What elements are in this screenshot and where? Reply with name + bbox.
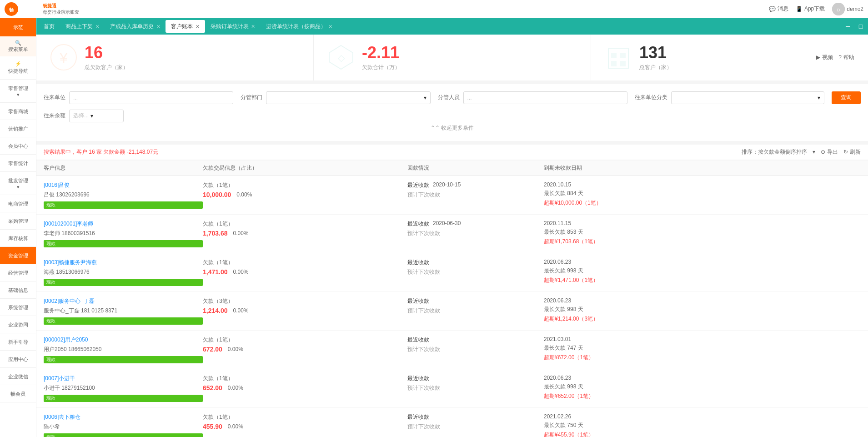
sidebar-item-batch-manage[interactable]: 批发管理▾ — [0, 172, 36, 195]
tab-customer-account[interactable]: 客户账本 × — [166, 20, 205, 33]
sidebar-item-enterprise[interactable]: 企业协同 — [0, 316, 36, 333]
recovery-info-5: 最近收款 预计下次收款 — [407, 375, 544, 392]
export-btn[interactable]: ⊙ 导出 — [821, 148, 838, 156]
customer-name-4[interactable]: [000002]用户2050 — [44, 336, 203, 344]
overdue-info-3: 2020.06.23 最长欠款 998 天 超期¥1,214.00（3笔） — [544, 297, 861, 323]
help-btn[interactable]: ? 帮助 — [838, 54, 854, 61]
customer-name-6[interactable]: [0006]去下粮仓 — [44, 413, 203, 421]
sidebar-item-finance[interactable]: 资金管理 — [0, 247, 36, 264]
stat-card-debt: ◇ -2.11 欠款合计（万） — [314, 35, 591, 80]
dept-chevron-icon: ▾ — [424, 95, 426, 101]
debt-info-2: 欠款（1笔） 1,471.00 0.00% — [203, 259, 407, 276]
debt-count-4: 欠款（1笔） — [203, 336, 407, 344]
debt-info-4: 欠款（1笔） 672.00 0.00% — [203, 336, 407, 353]
from-unit-input[interactable]: ... — [69, 91, 233, 104]
overdue-amount-1[interactable]: 超期¥1,703.68（1笔） — [544, 238, 861, 246]
app-download-btn[interactable]: 📱 App下载 — [796, 5, 825, 13]
tab-purchase-order-close[interactable]: × — [251, 23, 255, 30]
sidebar-item-marketing[interactable]: 营销推广 — [0, 120, 36, 137]
search-button[interactable]: 查询 — [832, 91, 861, 104]
customer-name-0[interactable]: [0016]吕俊 — [44, 181, 203, 189]
purchase-label: 采购管理 — [2, 218, 34, 225]
collapse-btn[interactable]: ⌃⌃ 收起更多条件 — [44, 122, 861, 134]
apps-label: 应用中心 — [2, 356, 34, 363]
sidebar-item-newbie[interactable]: 新手引导 — [0, 333, 36, 351]
sidebar-item-quick-nav[interactable]: ⚡ 快捷导航 — [0, 56, 36, 80]
search-label: 搜索菜单 — [8, 46, 28, 52]
stat-info-customers: 16 总欠款客户（家） — [85, 44, 300, 71]
tab-produce-history[interactable]: 产成品入库单历史 × — [105, 20, 166, 33]
video-btn[interactable]: ▶ 视频 — [816, 54, 833, 61]
debt-row-4: 672.00 0.00% — [203, 346, 407, 353]
tab-inbound-stats-close[interactable]: × — [329, 23, 332, 30]
overdue-amount-2[interactable]: 超期¥1,471.00（1笔） — [544, 276, 861, 284]
sidebar-item-retail-manage[interactable]: 零售管理▾ — [0, 80, 36, 103]
sidebar-item-vip[interactable]: 畅会员 — [0, 385, 36, 402]
person-input[interactable]: ... — [463, 91, 627, 104]
sidebar-item-ecommerce[interactable]: 电商管理 — [0, 195, 36, 212]
tab-product-off[interactable]: 商品上下架 × — [60, 20, 105, 33]
app-name: 畅捷通 — [43, 3, 79, 9]
overdue-days-1: 最长欠款 853 天 — [544, 228, 861, 236]
sidebar-search[interactable]: 🔍 搜索菜单 — [0, 36, 36, 56]
recovery-info-4: 最近收款 预计下次收款 — [407, 336, 544, 353]
debt-info-0: 欠款（1笔） 10,000.00 0.00% — [203, 181, 407, 198]
customer-name-5[interactable]: [0007]小进干 — [44, 375, 203, 382]
debt-amount-3: 1,214.00 — [203, 307, 228, 314]
tab-purchase-order[interactable]: 采购订单统计表 × — [205, 20, 261, 33]
user-menu[interactable]: D demo2 — [832, 3, 863, 15]
tab-customer-account-close[interactable]: × — [196, 23, 199, 30]
quick-nav-label: 快捷导航 — [2, 68, 34, 75]
export-label: 导出 — [827, 148, 838, 156]
stat-icon-yuan: ¥ — [50, 44, 77, 71]
sidebar-item-retail-mall[interactable]: 零售商城 — [0, 103, 36, 120]
person-placeholder: ... — [467, 95, 472, 101]
customer-phone-3: 服务中心_丁磊 181 0125 8371 — [44, 307, 203, 315]
refresh-btn[interactable]: ↻ 刷新 — [843, 148, 861, 156]
sidebar-item-operation[interactable]: 经营管理 — [0, 264, 36, 281]
overdue-amount-3[interactable]: 超期¥1,214.00（3笔） — [544, 315, 861, 323]
recovery-label-2: 最近收款 — [407, 259, 429, 266]
recovery-next-4: 预计下次收款 — [407, 346, 544, 353]
dept-select[interactable]: ▾ — [266, 91, 430, 104]
tab-collapse-btn[interactable]: ─ — [843, 21, 853, 32]
top-actions: 💬 消息 📱 App下载 D demo2 — [769, 3, 863, 15]
recovery-date-row-2: 最近收款 — [407, 259, 544, 266]
overdue-amount-4[interactable]: 超期¥672.00（1笔） — [544, 354, 861, 362]
balance-select[interactable]: 选择... ▾ — [69, 110, 124, 122]
refresh-label: 刷新 — [850, 148, 861, 156]
tab-home[interactable]: 首页 — [38, 20, 60, 33]
overdue-amount-0[interactable]: 超期¥10,000.00（1笔） — [544, 199, 861, 207]
store-name: 母婴行业演示账套 — [43, 9, 79, 15]
overdue-date-2: 2020.06.23 — [544, 259, 861, 265]
tab-inbound-stats[interactable]: 进货单统计表（按商品） × — [261, 20, 338, 33]
customer-name-2[interactable]: [0003]畅捷服务尹海燕 — [44, 259, 203, 266]
debt-info-6: 欠款（1笔） 455.90 0.00% — [203, 413, 407, 430]
filter-item-unit-category: 往来单位分类 ▾ — [635, 91, 824, 104]
sidebar-item-basic-info[interactable]: 基础信息 — [0, 281, 36, 299]
overdue-days-3: 最长欠款 998 天 — [544, 306, 861, 313]
sidebar-item-weixin[interactable]: 企业微信 — [0, 368, 36, 385]
tab-product-off-close[interactable]: × — [95, 23, 99, 30]
tab-produce-history-label: 产成品入库单历史 — [110, 23, 154, 30]
mobile-icon: 📱 — [796, 6, 803, 12]
recovery-next-5: 预计下次收款 — [407, 384, 544, 392]
overdue-date-0: 2020.10.15 — [544, 181, 861, 188]
sidebar-item-apps[interactable]: 应用中心 — [0, 351, 36, 368]
tab-expand-btn[interactable]: □ — [855, 21, 866, 32]
unit-category-select[interactable]: ▾ — [671, 91, 824, 104]
sidebar-item-inventory[interactable]: 库存核算 — [0, 230, 36, 247]
sidebar-item-member[interactable]: 会员中心 — [0, 137, 36, 155]
overdue-amount-6[interactable]: 超期¥455.90（1笔） — [544, 431, 861, 437]
filter-item-dept: 分管部门 ▾ — [241, 91, 430, 104]
message-btn[interactable]: 💬 消息 — [769, 5, 788, 13]
tab-home-label: 首页 — [44, 23, 55, 30]
sidebar-item-purchase[interactable]: 采购管理 — [0, 212, 36, 230]
tab-produce-history-close[interactable]: × — [156, 23, 160, 30]
sidebar-item-system[interactable]: 系统管理 — [0, 299, 36, 316]
overdue-amount-5[interactable]: 超期¥652.00（1笔） — [544, 392, 861, 400]
customer-name-1[interactable]: [0001020001]李老师 — [44, 220, 203, 228]
customer-name-3[interactable]: [0002]服务中心_丁磊 — [44, 297, 203, 305]
svg-rect-9 — [611, 53, 617, 58]
sidebar-item-retail-stats[interactable]: 零售统计 — [0, 155, 36, 172]
